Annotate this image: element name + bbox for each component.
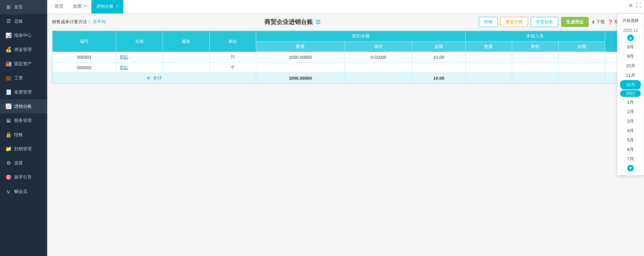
th-spec: 规格: [163, 31, 209, 52]
th-unit: 单位: [209, 31, 256, 52]
tab-purchase-sales[interactable]: 进销台账 ✕: [91, 0, 123, 14]
sidebar-label-member: 畅会员: [14, 188, 27, 195]
row2-in-amount: [558, 62, 605, 73]
month-6[interactable]: 6月: [617, 145, 644, 154]
sidebar-label-payroll: 工资: [14, 75, 23, 81]
total-in-qty: [465, 73, 512, 83]
sidebar-item-ledger[interactable]: ☰ 总账: [0, 14, 47, 28]
th-unit-price: 单价: [345, 42, 412, 52]
th-in-amount: 金额: [558, 42, 605, 52]
toolbar: 对账 重新开账 存货别名 生成凭证 ⬇ 下载 ❓ 帮助 ↻ 刷新: [479, 17, 639, 27]
sidebar-item-settings[interactable]: ⚙ 设置: [0, 156, 47, 170]
total-unit-price: [345, 73, 412, 83]
tab-purchase-sales-close[interactable]: ✕: [116, 4, 119, 8]
month-4[interactable]: 4月: [617, 126, 644, 135]
funds-icon: 💰: [5, 47, 11, 53]
chongxin-button[interactable]: 重新开账: [500, 17, 528, 27]
tab-home[interactable]: 首页: [50, 0, 68, 14]
member-icon: V: [5, 189, 11, 195]
main-area: 首页 发票 ✕ 进销台账 ✕ ✕ ⛶ 销售成本计算方法： 月平均 商贸企业进销台…: [47, 0, 644, 256]
month-8[interactable]: 8月: [617, 42, 644, 52]
row2-unit: 个: [209, 62, 256, 73]
total-qty: 1000.00000: [256, 73, 345, 83]
row1-name[interactable]: 前缸: [116, 52, 163, 62]
sidebar-item-guide[interactable]: 🎯 新手引导: [0, 170, 47, 184]
th-qty: 数量: [256, 42, 345, 52]
archive-icon: 📁: [5, 146, 11, 152]
window-controls: ✕ ⛶: [628, 3, 641, 8]
sidebar: ⊞ 首页 ☰ 总账 📊 报表中心 💰 资金管理 🏭 固定资产 💼 工资 🧾 发票…: [0, 0, 47, 256]
total-in-unit-price: [512, 73, 558, 83]
duizhang-button[interactable]: 对账: [479, 17, 498, 27]
sidebar-item-purchase-sales[interactable]: 📈 进销台账: [0, 99, 47, 113]
total-row: ⊕ 合计 1000.00000 10.00: [53, 73, 639, 83]
generate-button[interactable]: 生成凭证: [561, 17, 589, 27]
window-close-button[interactable]: ✕: [628, 3, 633, 8]
window-maximize-button[interactable]: ⛶: [636, 3, 641, 8]
month-3[interactable]: 3月: [617, 117, 644, 126]
month-1[interactable]: 1月: [617, 98, 644, 107]
row2-unit-price: [345, 62, 412, 73]
reports-icon: 📊: [5, 32, 11, 39]
month-12[interactable]: 12月: [620, 80, 641, 89]
row2-in-qty: [465, 62, 512, 73]
sidebar-item-invoice-mgmt[interactable]: 🧾 发票管理: [0, 85, 47, 99]
cost-method-label: 销售成本计算方法：: [52, 19, 91, 24]
cost-method: 销售成本计算方法： 月平均: [52, 19, 106, 25]
month-next-button[interactable]: ▼: [627, 165, 634, 172]
row2-name[interactable]: 前缸: [116, 62, 163, 73]
month-9[interactable]: 9月: [617, 52, 644, 61]
sidebar-item-reports[interactable]: 📊 报表中心: [0, 28, 47, 43]
row1-id: 000001: [53, 52, 116, 62]
sidebar-label-ledger: 总账: [14, 18, 23, 24]
settings-icon: ⚙: [5, 160, 11, 166]
tab-bar: 首页 发票 ✕ 进销台账 ✕ ✕ ⛶: [47, 0, 644, 14]
sidebar-item-tax[interactable]: 🏛 税务管理: [0, 113, 47, 128]
sidebar-item-home[interactable]: ⊞ 首页: [0, 0, 47, 14]
row1-qty: 1000.00000: [256, 52, 345, 62]
th-in-qty: 数量: [465, 42, 512, 52]
tab-invoice[interactable]: 发票 ✕: [68, 0, 91, 14]
total-label-cell: ⊕ 合计: [53, 73, 256, 83]
sidebar-label-assets: 固定资产: [14, 61, 32, 67]
row1-spec: [163, 52, 209, 62]
purchase-sales-icon: 📈: [5, 103, 11, 109]
month-nav-down: ▼: [617, 164, 644, 173]
row1-amount: 10.00: [412, 52, 465, 62]
month-5[interactable]: 5月: [617, 135, 644, 145]
payroll-icon: 💼: [5, 75, 11, 81]
table-row: 000001 前缸 只 1000.00000 0.01000 10.00: [53, 52, 639, 62]
sidebar-item-assets[interactable]: 🏭 固定资产: [0, 57, 47, 71]
month-picker-panel: 月份选择 2022.12 ▲ 8月 9月 10月 11月 12月 2023 1月…: [617, 14, 644, 176]
download-icon: ⬇: [591, 20, 595, 25]
row2-spec: [163, 62, 209, 73]
sidebar-label-invoice-mgmt: 发票管理: [14, 89, 32, 95]
th-period-in: 本期入库: [465, 31, 605, 42]
sidebar-item-funds[interactable]: 💰 资金管理: [0, 43, 47, 57]
sidebar-item-archive[interactable]: 📁 归档管理: [0, 142, 47, 156]
row2-amount: [412, 62, 465, 73]
th-id: 编号: [53, 31, 116, 52]
total-amount: 10.00: [412, 73, 465, 83]
month-current-display: 2022.12: [617, 27, 644, 33]
sidebar-label-close: 结账: [14, 132, 23, 138]
download-button[interactable]: ⬇ 下载: [591, 19, 605, 25]
row1-unit: 只: [209, 52, 256, 62]
purchase-sales-table: 编号 名称 规格 单位 期初余额 本期入库 数 数量 单价 金额 数量 单价: [52, 31, 639, 83]
sidebar-label-reports: 报表中心: [14, 32, 32, 39]
th-in-unit-price: 单价: [512, 42, 558, 52]
month-11[interactable]: 11月: [617, 71, 644, 80]
month-7[interactable]: 7月: [617, 154, 644, 164]
month-10[interactable]: 10月: [617, 61, 644, 71]
sidebar-item-member[interactable]: V 畅会员: [0, 184, 47, 199]
page-title-area: 商贸企业进销台账 ☰: [264, 18, 320, 26]
cunwei-button[interactable]: 存货别名: [531, 17, 558, 27]
tab-invoice-close[interactable]: ✕: [84, 4, 87, 8]
tab-invoice-label: 发票: [73, 3, 82, 9]
info-icon[interactable]: ☰: [316, 19, 320, 25]
month-2[interactable]: 2月: [617, 107, 644, 117]
sidebar-label-settings: 设置: [14, 160, 23, 166]
month-prev-button[interactable]: ▲: [627, 34, 634, 41]
sidebar-item-payroll[interactable]: 💼 工资: [0, 71, 47, 85]
sidebar-item-close[interactable]: 🔒 结账: [0, 128, 47, 142]
